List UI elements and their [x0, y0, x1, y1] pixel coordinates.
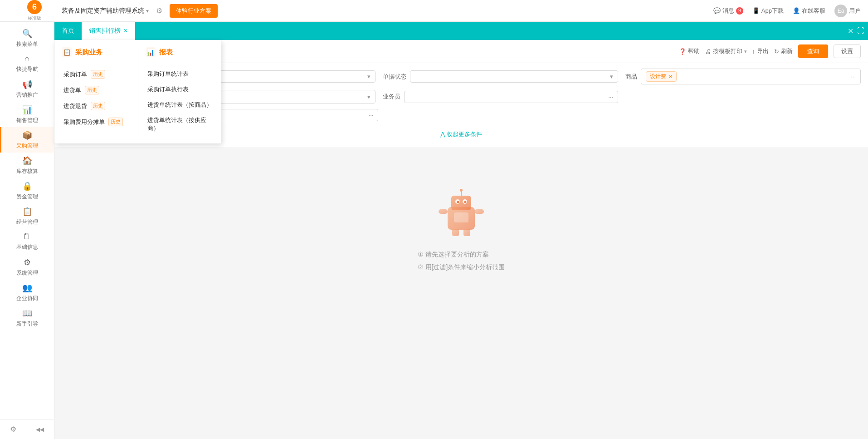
dropdown-item-inbound[interactable]: 进货单 历史: [62, 82, 131, 98]
empty-hint: ①请先选择要分析的方案 ②用[过滤]条件来缩小分析范围: [418, 248, 505, 273]
export-icon: ↑: [752, 48, 756, 55]
sidebar-label-inventory: 库存核算: [16, 168, 38, 175]
salesperson-filter: 业务员 ···: [383, 91, 618, 103]
dropdown-item-return[interactable]: 进货退货 历史: [62, 98, 131, 114]
search-icon: 🔍: [22, 29, 32, 39]
svg-rect-9: [475, 209, 484, 214]
svg-rect-1: [451, 196, 471, 210]
print-icon: 🖨: [705, 48, 711, 55]
dropdown-item-inbound-stat-goods[interactable]: 进货单统计表（按商品）: [146, 97, 215, 113]
inventory-icon: 🏠: [22, 156, 32, 166]
goods-dots[interactable]: ···: [851, 73, 856, 80]
dropdown-item-expense[interactable]: 采购费用分摊单 历史: [62, 114, 131, 130]
refresh-btn[interactable]: ↻ 刷新: [774, 47, 793, 55]
dropdown-item-inbound-stat-supplier[interactable]: 进货单统计表（按供应商）: [146, 113, 215, 136]
goods-label: 商品: [625, 73, 637, 81]
industry-btn[interactable]: 体验行业方案: [170, 4, 218, 18]
sidebar-label-operations: 经营管理: [16, 218, 38, 226]
empty-robot-icon: [434, 184, 488, 239]
sidebar-label-search: 搜索菜单: [16, 40, 38, 48]
operations-icon: 📋: [22, 207, 32, 217]
tab-sales-rank[interactable]: 销售排行榜 ✕: [82, 22, 135, 40]
sidebar-item-sales[interactable]: 📊 销售管理: [0, 102, 54, 127]
template-print-btn[interactable]: 🖨 按模板打印 ▾: [705, 47, 747, 55]
report-col-icon: 📊: [146, 47, 156, 57]
help-btn[interactable]: ❓ 帮助: [679, 47, 700, 55]
purchase-col-icon: 📋: [62, 47, 72, 57]
goods-input[interactable]: 设计费 ✕ ···: [641, 69, 861, 84]
sidebar-item-capital[interactable]: 🔒 资金管理: [0, 178, 54, 203]
history-badge-2: 历史: [85, 86, 99, 94]
sidebar-label-marketing: 营销推广: [16, 91, 38, 99]
report-col: 📊 报表 采购订单统计表 采购订单执行表 进货单统计表（按商品） 进货单统计表（…: [138, 47, 222, 136]
sidebar-bottom: ⚙ ◀◀: [0, 419, 54, 439]
dropdown-item-purchase-order[interactable]: 采购订单 历史: [62, 66, 131, 82]
online-service-item[interactable]: 👤 在线客服: [793, 7, 825, 15]
logo-area: 6 标准版: [7, 0, 62, 22]
sidebar-collapse-icon[interactable]: ◀◀: [36, 426, 44, 433]
sidebar-item-system[interactable]: ⚙ 系统管理: [0, 254, 54, 280]
status-arrow: ▾: [610, 73, 613, 80]
history-badge-3: 历史: [91, 102, 105, 110]
status-input[interactable]: ▾: [410, 70, 618, 83]
sidebar-item-basic-info[interactable]: 🗒 基础信息: [0, 229, 54, 254]
sidebar-item-quick-nav[interactable]: ⌂ 快捷导航: [0, 51, 54, 76]
tab-sales-rank-label: 销售排行榜: [89, 27, 121, 35]
phone-icon: 📱: [752, 7, 760, 14]
customer-dots[interactable]: ···: [369, 112, 374, 118]
dropdown-item-order-exec[interactable]: 采购订单执行表: [146, 82, 215, 97]
history-badge-4: 历史: [108, 118, 123, 126]
tab-sales-rank-close[interactable]: ✕: [123, 28, 128, 34]
tab-close-icon[interactable]: ✕: [848, 27, 853, 35]
sidebar-label-purchase: 采购管理: [16, 142, 38, 150]
user-item[interactable]: Ea 用户: [834, 5, 861, 17]
settings-icon[interactable]: ⚙: [156, 6, 162, 15]
sidebar-item-marketing[interactable]: 📢 营销推广: [0, 76, 54, 102]
settings-small-btn[interactable]: 设置: [834, 44, 861, 58]
sidebar-item-search[interactable]: 🔍 搜索菜单: [0, 25, 54, 51]
system-title-arrow[interactable]: ▾: [146, 8, 149, 14]
sidebar-item-inventory[interactable]: 🏠 库存核算: [0, 153, 54, 178]
query-btn[interactable]: 查询: [798, 44, 828, 58]
sidebar: 🔍 搜索菜单 ⌂ 快捷导航 📢 营销推广 📊 销售管理 📦 采购管理 🏠 库存核…: [0, 0, 54, 439]
svg-point-7: [460, 189, 463, 192]
capital-icon: 🔒: [22, 181, 32, 191]
top-bar: 6 标准版 装备及固定资产辅助管理系统 ▾ ⚙ 体验行业方案 💬 消息 9 📱 …: [0, 0, 868, 22]
purchase-dropdown-menu: 📋 采购业务 采购订单 历史 进货单 历史 进货退货 历史 采购费用分摊单 历史…: [54, 40, 221, 143]
sidebar-label-sales: 销售管理: [16, 117, 38, 124]
svg-rect-12: [454, 212, 468, 222]
dropdown-item-order-stat[interactable]: 采购订单统计表: [146, 66, 215, 82]
message-item[interactable]: 💬 消息 9: [713, 7, 743, 15]
export-btn[interactable]: ↑ 导出: [752, 47, 769, 55]
tab-home-label: 首页: [62, 27, 74, 35]
tab-bar: 首页 销售排行榜 ✕ ✕ ⛶: [54, 22, 868, 40]
goods-tag-close[interactable]: ✕: [668, 74, 673, 80]
system-icon: ⚙: [24, 257, 31, 267]
sidebar-item-enterprise[interactable]: 👥 企业协同: [0, 280, 54, 305]
logo-icon: 6: [27, 0, 42, 14]
toolbar-right: ❓ 帮助 🖨 按模板打印 ▾ ↑ 导出 ↻ 刷新 查询 设置: [679, 44, 861, 58]
sidebar-label-system: 系统管理: [16, 269, 38, 277]
salesperson-dots[interactable]: ···: [608, 94, 613, 100]
logo-tagline: 标准版: [28, 15, 41, 21]
marketing-icon: 📢: [22, 79, 32, 89]
svg-rect-11: [463, 229, 470, 236]
sidebar-menu: 🔍 搜索菜单 ⌂ 快捷导航 📢 营销推广 📊 销售管理 📦 采购管理 🏠 库存核…: [0, 22, 54, 419]
purchase-col-title: 📋 采购业务: [62, 47, 131, 61]
svg-rect-8: [439, 209, 448, 214]
print-arrow: ▾: [744, 49, 747, 54]
home-icon: ⌂: [24, 54, 29, 64]
tab-home[interactable]: 首页: [54, 22, 82, 40]
rank-arrow: ▾: [367, 94, 371, 100]
sidebar-item-guide[interactable]: 📖 新手引导: [0, 305, 54, 330]
salesperson-input[interactable]: ···: [404, 91, 618, 103]
message-icon: 💬: [713, 7, 721, 14]
app-download-item[interactable]: 📱 App下载: [752, 7, 784, 15]
sidebar-item-purchase[interactable]: 📦 采购管理: [0, 127, 54, 153]
sidebar-item-operations[interactable]: 📋 经营管理: [0, 203, 54, 229]
tab-expand-icon[interactable]: ⛶: [857, 27, 864, 35]
status-label: 单据状态: [383, 73, 406, 81]
top-nav-area: 装备及固定资产辅助管理系统 ▾ ⚙ 体验行业方案: [62, 4, 713, 18]
goods-filter: 商品 设计费 ✕ ···: [625, 69, 861, 84]
sidebar-settings-icon[interactable]: ⚙: [10, 425, 16, 434]
